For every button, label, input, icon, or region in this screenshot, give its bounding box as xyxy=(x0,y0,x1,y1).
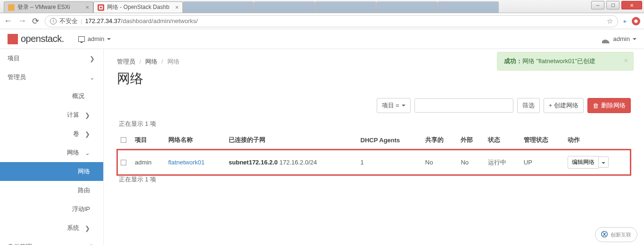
sidebar-item-system[interactable]: 系统 ❯ xyxy=(0,219,103,237)
desktop-icon xyxy=(78,36,85,42)
browser-tab-ghost[interactable] xyxy=(315,1,376,13)
select-all-checkbox[interactable] xyxy=(121,137,126,143)
site-info-icon[interactable]: i xyxy=(50,18,57,24)
sidebar-label: 卷 xyxy=(0,130,85,138)
sidebar-item-identity[interactable]: 身份管理 ❯ xyxy=(0,237,103,245)
caret-down-icon xyxy=(107,38,111,40)
chevron-right-icon: ❯ xyxy=(85,225,90,232)
row-count-top: 正在显示 1 项 xyxy=(119,120,631,128)
sidebar-item-networks[interactable]: 网络 xyxy=(0,162,103,181)
sidebar-label: 概况 xyxy=(0,92,90,100)
filter-field-dropdown[interactable]: 项目 = xyxy=(377,98,411,113)
breadcrumb-current: 网络 xyxy=(167,58,180,65)
sidebar: 项目 ❯ 管理员 ⌄ 概况 计算 ❯ 卷 ❯ 网络 ⌄ 网络 路由 浮动IP xyxy=(0,49,104,245)
edit-network-button[interactable]: 编辑网络 xyxy=(568,156,599,169)
sidebar-item-admin[interactable]: 管理员 ⌄ xyxy=(0,68,103,87)
th-subnets[interactable]: 已连接的子网 xyxy=(225,131,356,149)
toolbar: 项目 = 筛选 + 创建网络 🗑 删除网络 xyxy=(117,98,631,113)
row-checkbox[interactable] xyxy=(121,160,126,165)
watermark: ⓧ创新互联 xyxy=(595,227,637,242)
filter-input[interactable] xyxy=(414,98,513,113)
chevron-right-icon: ❯ xyxy=(85,112,90,119)
caret-down-icon xyxy=(602,162,605,164)
extension-icon[interactable]: ▸ xyxy=(624,17,627,24)
sidebar-label: 路由 xyxy=(8,186,90,195)
nav-forward-icon[interactable]: → xyxy=(18,16,26,26)
nav-back-icon[interactable]: ← xyxy=(4,16,12,26)
chevron-down-icon: ⌄ xyxy=(85,149,90,156)
breadcrumb-admin[interactable]: 管理员 xyxy=(117,58,135,65)
openstack-logo[interactable]: openstack. xyxy=(8,33,64,44)
th-external[interactable]: 外部 xyxy=(457,131,484,149)
filter-button[interactable]: 筛选 xyxy=(517,98,540,113)
user-menu-label: admin xyxy=(613,35,630,42)
tab-close-icon[interactable]: × xyxy=(175,4,179,11)
bookmark-star-icon[interactable]: ☆ xyxy=(607,17,613,25)
browser-tab-vmware[interactable]: 登录 – VMware ESXi × xyxy=(4,1,93,13)
sidebar-item-overview[interactable]: 概况 xyxy=(0,87,103,106)
logo-mark-icon xyxy=(8,34,18,44)
alert-message: 网络 "flatnetwork01"已创建 xyxy=(522,57,595,65)
sidebar-item-floating-ip[interactable]: 浮动IP xyxy=(0,200,103,219)
content-area: 成功：网络 "flatnetwork01"已创建 × 管理员 / 网络 / 网络… xyxy=(104,49,644,245)
success-alert: 成功：网络 "flatnetwork01"已创建 × xyxy=(497,52,634,71)
window-close-button[interactable]: ✕ xyxy=(621,1,642,9)
adblock-icon[interactable]: ⬢ xyxy=(632,17,640,25)
row-count-bottom: 正在显示 1 项 xyxy=(119,175,631,184)
browser-tab-ghost[interactable] xyxy=(376,1,438,13)
sidebar-label: 项目 xyxy=(8,54,20,63)
window-maximize-button[interactable]: ☐ xyxy=(606,1,619,9)
th-admin-state[interactable]: 管理状态 xyxy=(520,131,564,149)
cell-external: No xyxy=(457,149,484,176)
cell-shared: No xyxy=(421,149,457,176)
chevron-down-icon: ⌄ xyxy=(90,74,95,81)
create-network-button[interactable]: + 创建网络 xyxy=(544,98,584,113)
sidebar-item-network-group[interactable]: 网络 ⌄ xyxy=(0,143,103,162)
sidebar-label: 系统 xyxy=(0,224,85,232)
action-dropdown-button[interactable] xyxy=(599,156,609,168)
alert-prefix: 成功： xyxy=(504,57,522,65)
browser-tab-ghost[interactable] xyxy=(183,1,254,13)
sidebar-item-project[interactable]: 项目 ❯ xyxy=(0,49,103,68)
sidebar-item-volumes[interactable]: 卷 ❯ xyxy=(0,124,103,143)
cell-status: 运行中 xyxy=(484,149,520,176)
url-text: 172.27.34.37/dashboard/admin/networks/ xyxy=(85,17,198,24)
th-network-name[interactable]: 网络名称 xyxy=(165,131,225,149)
caret-down-icon xyxy=(633,38,636,40)
sidebar-label: 管理员 xyxy=(8,73,26,82)
window-minimize-button[interactable]: ─ xyxy=(591,1,604,9)
browser-tab-ghost[interactable] xyxy=(254,1,315,13)
network-name-link[interactable]: flatnetwork01 xyxy=(168,159,205,166)
caret-down-icon xyxy=(402,105,405,106)
networks-table: 项目 网络名称 已连接的子网 DHCP Agents 共享的 外部 状态 管理状… xyxy=(117,131,631,175)
browser-tab-openstack[interactable]: 网络 - OpenStack Dashb × xyxy=(93,1,183,13)
th-shared[interactable]: 共享的 xyxy=(421,131,457,149)
project-switcher[interactable]: admin xyxy=(78,35,111,42)
alert-close-icon[interactable]: × xyxy=(624,56,628,65)
trash-icon: 🗑 xyxy=(593,102,599,109)
openstack-header: openstack. admin admin xyxy=(0,29,644,49)
sidebar-item-compute[interactable]: 计算 ❯ xyxy=(0,106,103,124)
cell-project: admin xyxy=(131,149,165,176)
tab-close-icon[interactable]: × xyxy=(85,4,89,11)
nav-reload-icon[interactable]: ⟳ xyxy=(32,16,39,26)
th-dhcp-agents[interactable]: DHCP Agents xyxy=(357,131,421,149)
chevron-right-icon: ❯ xyxy=(90,55,95,62)
address-bar-row: ← → ⟳ i 不安全 | 172.27.34.37/dashboard/adm… xyxy=(0,13,644,29)
browser-tab-ghost[interactable] xyxy=(438,1,499,13)
subnet-name-link[interactable]: subnet172.16.2.0 xyxy=(229,159,278,166)
sidebar-label: 网络 xyxy=(8,167,90,176)
th-project[interactable]: 项目 xyxy=(131,131,165,149)
cell-admin-state: UP xyxy=(520,149,564,176)
tab-title: 登录 – VMware ESXi xyxy=(17,3,83,11)
th-status[interactable]: 状态 xyxy=(484,131,520,149)
favicon-openstack xyxy=(98,4,104,11)
address-bar[interactable]: i 不安全 | 172.27.34.37/dashboard/admin/net… xyxy=(45,15,618,27)
subnet-cidr: 172.16.2.0/24 xyxy=(280,159,317,166)
delete-network-button[interactable]: 🗑 删除网络 xyxy=(587,98,631,113)
sidebar-label: 身份管理 xyxy=(8,243,32,245)
sidebar-item-routers[interactable]: 路由 xyxy=(0,181,103,200)
breadcrumb-network[interactable]: 网络 xyxy=(145,58,157,65)
tab-title: 网络 - OpenStack Dashb xyxy=(107,3,173,11)
user-menu[interactable]: admin xyxy=(602,35,636,43)
